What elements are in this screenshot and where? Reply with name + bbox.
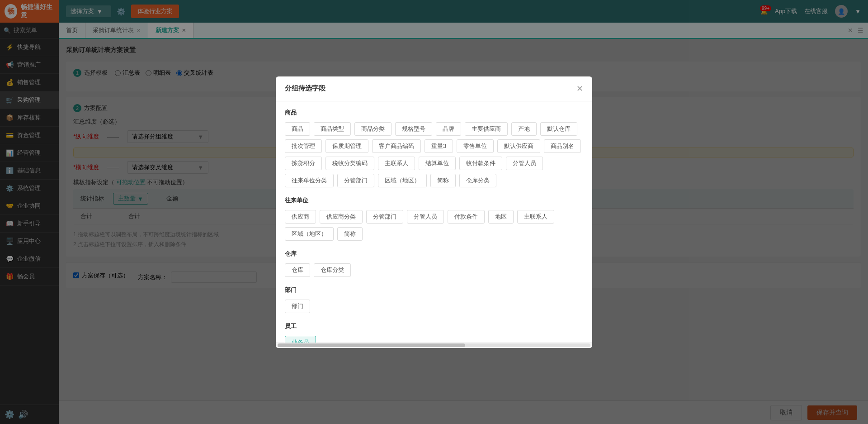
field-tag-0-25[interactable]: 仓库分类: [459, 174, 496, 187]
modal-section-title-0: 商品: [285, 109, 583, 117]
field-tag-0-23[interactable]: 区域（地区）: [378, 174, 427, 187]
field-tag-1-0[interactable]: 供应商: [285, 210, 316, 224]
modal-section-4: 员工业务员: [285, 322, 583, 343]
modal-section-3: 部门部门: [285, 286, 583, 313]
modal-section-title-4: 员工: [285, 322, 583, 330]
field-tag-1-8[interactable]: 简称: [337, 227, 363, 241]
field-tag-0-16[interactable]: 税收分类编码: [326, 157, 374, 170]
field-tag-2-0[interactable]: 仓库: [285, 263, 310, 277]
field-tag-1-7[interactable]: 区域（地区）: [285, 227, 334, 241]
field-tag-0-19[interactable]: 收付款条件: [459, 157, 502, 170]
modal-section-tags-2: 仓库仓库分类: [285, 263, 583, 277]
modal-section-tags-0: 商品商品类型商品分类规格型号品牌主要供应商产地默认仓库批次管理保质期管理客户商品…: [285, 122, 583, 187]
field-tag-1-6[interactable]: 主联系人: [517, 210, 554, 224]
field-tag-0-0[interactable]: 商品: [285, 122, 310, 136]
modal-dialog: 分组待选字段 ✕ 商品商品商品类型商品分类规格型号品牌主要供应商产地默认仓库批次…: [276, 76, 592, 348]
field-tag-0-24[interactable]: 简称: [430, 174, 456, 187]
field-tag-1-3[interactable]: 分管人员: [407, 210, 444, 224]
field-tag-0-14[interactable]: 商品别名: [544, 139, 581, 153]
modal-section-title-1: 往来单位: [285, 196, 583, 205]
modal-header: 分组待选字段 ✕: [276, 76, 592, 101]
field-tag-3-0[interactable]: 部门: [285, 300, 310, 313]
field-tag-0-3[interactable]: 规格型号: [395, 122, 432, 136]
modal-section-title-3: 部门: [285, 286, 583, 294]
field-tag-1-2[interactable]: 分管部门: [366, 210, 403, 224]
modal-section-tags-1: 供应商供应商分类分管部门分管人员付款条件地区主联系人区域（地区）简称: [285, 210, 583, 241]
modal-section-tags-3: 部门: [285, 300, 583, 313]
field-tag-0-7[interactable]: 默认仓库: [540, 122, 577, 136]
field-tag-0-1[interactable]: 商品类型: [314, 122, 351, 136]
modal-section-1: 往来单位供应商供应商分类分管部门分管人员付款条件地区主联系人区域（地区）简称: [285, 196, 583, 241]
field-tag-1-5[interactable]: 地区: [488, 210, 514, 224]
field-tag-0-12[interactable]: 零售单位: [457, 139, 494, 153]
horizontal-scrollbar[interactable]: [278, 343, 590, 347]
modal-close-button[interactable]: ✕: [576, 84, 583, 94]
field-tag-0-17[interactable]: 主联系人: [378, 157, 415, 170]
field-tag-4-0[interactable]: 业务员: [285, 336, 316, 343]
field-tag-0-4[interactable]: 品牌: [436, 122, 461, 136]
modal-section-2: 仓库仓库仓库分类: [285, 250, 583, 277]
field-tag-0-21[interactable]: 往来单位分类: [285, 174, 334, 187]
field-tag-1-1[interactable]: 供应商分类: [320, 210, 363, 224]
field-tag-0-5[interactable]: 主要供应商: [465, 122, 508, 136]
field-tag-0-22[interactable]: 分管部门: [337, 174, 374, 187]
modal-title: 分组待选字段: [285, 84, 326, 93]
modal-body[interactable]: 商品商品商品类型商品分类规格型号品牌主要供应商产地默认仓库批次管理保质期管理客户…: [276, 101, 592, 343]
field-tag-0-6[interactable]: 产地: [511, 122, 537, 136]
field-tag-0-8[interactable]: 批次管理: [285, 139, 322, 153]
field-tag-0-2[interactable]: 商品分类: [354, 122, 392, 136]
field-tag-0-13[interactable]: 默认供应商: [497, 139, 540, 153]
field-tag-0-9[interactable]: 保质期管理: [326, 139, 368, 153]
field-tag-0-15[interactable]: 拣货积分: [285, 157, 322, 170]
field-tag-1-4[interactable]: 付款条件: [448, 210, 485, 224]
modal-section-tags-4: 业务员: [285, 336, 583, 343]
field-tag-2-1[interactable]: 仓库分类: [314, 263, 351, 277]
field-tag-0-11[interactable]: 重量3: [425, 139, 453, 153]
field-tag-0-20[interactable]: 分管人员: [506, 157, 543, 170]
modal-section-title-2: 仓库: [285, 250, 583, 258]
field-tag-0-10[interactable]: 客户商品编码: [372, 139, 421, 153]
scrollbar-thumb: [278, 343, 465, 347]
modal-bottom-scrollbar: [276, 343, 592, 348]
field-tag-0-18[interactable]: 结算单位: [419, 157, 456, 170]
modal-section-0: 商品商品商品类型商品分类规格型号品牌主要供应商产地默认仓库批次管理保质期管理客户…: [285, 109, 583, 187]
